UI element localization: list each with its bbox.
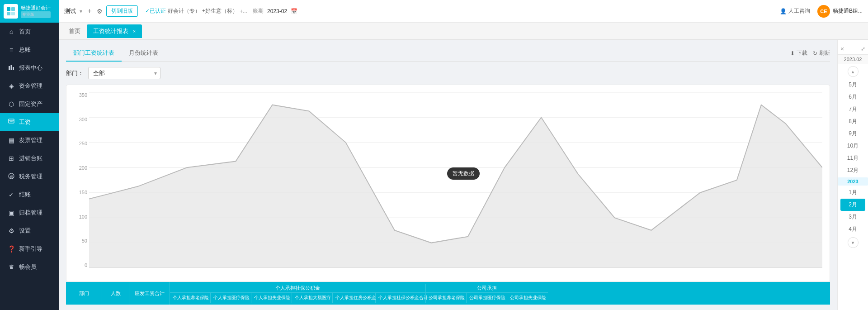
calendar-icon[interactable]: 📅 bbox=[291, 8, 297, 14]
chart-container: 350 300 250 200 150 100 50 0 bbox=[66, 85, 830, 282]
right-panel-header: × ⤢ bbox=[838, 43, 868, 55]
ledger-icon: ≡ bbox=[7, 46, 15, 53]
user-menu[interactable]: CE 畅捷通B组... bbox=[817, 5, 863, 18]
panel-month-1[interactable]: 1月 bbox=[838, 186, 868, 199]
panel-prev-button[interactable]: ▲ bbox=[848, 66, 859, 77]
panel-month-12[interactable]: 12月 bbox=[838, 164, 868, 176]
th-co-medical: 公司承担医疗保险 bbox=[467, 293, 507, 303]
help-button[interactable]: 👤 人工咨询 bbox=[780, 7, 810, 15]
company-settings-icon[interactable]: ⚙ bbox=[97, 8, 103, 15]
sub-tab-dept[interactable]: 部门工资统计表 bbox=[66, 45, 122, 62]
sidebar-item-label: 畅会员 bbox=[19, 263, 37, 271]
dropdown-arrow-icon[interactable]: ▾ bbox=[80, 8, 82, 14]
sub-tabs-actions: ⬇ 下载 ↻ 刷新 bbox=[790, 49, 830, 57]
th-total-wage: 应发工资合计 bbox=[129, 282, 170, 305]
tab-salary-report[interactable]: 工资统计报表 × bbox=[87, 24, 142, 38]
panel-month-5[interactable]: 5月 bbox=[838, 79, 868, 91]
panel-close-button[interactable]: × bbox=[840, 45, 844, 52]
svg-rect-1 bbox=[11, 7, 15, 11]
panel-year-2023: 2023 bbox=[838, 177, 868, 186]
user-name: 畅捷通B组... bbox=[833, 7, 863, 15]
panel-month-9[interactable]: 9月 bbox=[838, 128, 868, 140]
sidebar-item-salary[interactable]: 工资 bbox=[0, 113, 59, 131]
assets-icon: ⬡ bbox=[7, 100, 15, 108]
th-count: 人数 bbox=[102, 282, 129, 305]
app-badge: 专业版 bbox=[21, 11, 51, 18]
svg-text:税: 税 bbox=[10, 175, 13, 178]
panel-month-7[interactable]: 7月 bbox=[838, 103, 868, 115]
filter-row: 部门： 全部 销售部 财务部 技术部 行政部 ▾ bbox=[66, 67, 830, 79]
svg-rect-9 bbox=[10, 121, 13, 122]
panel-year-label: 2023.02 bbox=[838, 55, 868, 64]
tab-home[interactable]: 首页 bbox=[62, 24, 87, 38]
switch-version-button[interactable]: 切到旧版 bbox=[106, 5, 138, 17]
sidebar-item-label: 进销台账 bbox=[19, 154, 42, 162]
panel-month-11[interactable]: 11月 bbox=[838, 152, 868, 164]
sidebar-item-inventory[interactable]: ⊞ 进销台账 bbox=[0, 149, 59, 167]
refresh-icon: ↻ bbox=[813, 50, 817, 57]
sidebar-item-guide[interactable]: ❓ 新手引导 bbox=[0, 240, 59, 258]
sidebar-item-membership[interactable]: ♛ 畅会员 bbox=[0, 258, 59, 276]
panel-month-8[interactable]: 8月 bbox=[838, 115, 868, 128]
sidebar-item-label: 固定资产 bbox=[19, 100, 42, 108]
th-co-unemployment: 公司承担失业保险 bbox=[507, 293, 548, 303]
sidebar-item-reports[interactable]: 报表中心 bbox=[0, 59, 59, 77]
guide-icon: ❓ bbox=[7, 245, 15, 253]
th-group-company: 公司承担 公司承担养老保险 公司承担医疗保险 公司承担失业保险 bbox=[426, 284, 548, 303]
status-area: ✓已认证 好会计（专） +好生意（标） +... 账期 2023-02 📅 bbox=[145, 7, 297, 15]
panel-month-2[interactable]: 2月 bbox=[840, 199, 865, 211]
x-axis-line bbox=[89, 267, 822, 268]
sidebar-item-checkout[interactable]: ✓ 结账 bbox=[0, 186, 59, 204]
sidebar-item-label: 资金管理 bbox=[19, 82, 42, 90]
sidebar-item-ledger[interactable]: ≡ 总账 bbox=[0, 41, 59, 59]
checkout-icon: ✓ bbox=[7, 191, 15, 198]
sidebar-item-tax[interactable]: 税 税务管理 bbox=[0, 167, 59, 186]
archive-icon: ▣ bbox=[7, 209, 15, 216]
main-area: 测试 ▾ ＋ ⚙ 切到旧版 ✓已认证 好会计（专） +好生意（标） +... 账… bbox=[59, 0, 868, 310]
chart-tooltip: 暂无数据 bbox=[447, 167, 480, 180]
add-company-button[interactable]: ＋ bbox=[86, 6, 93, 16]
app-name: 畅捷通好会计 bbox=[21, 5, 51, 11]
th-unemployment: 个人承担失业保险 bbox=[251, 293, 292, 303]
tab-close-button[interactable]: × bbox=[133, 29, 136, 34]
sub-tabs: 部门工资统计表 月份统计表 ⬇ 下载 ↻ 刷新 bbox=[66, 45, 830, 62]
sidebar-item-assets[interactable]: ⬡ 固定资产 bbox=[0, 95, 59, 113]
sub-tab-monthly[interactable]: 月份统计表 bbox=[122, 45, 165, 62]
svg-rect-7 bbox=[9, 119, 14, 123]
logo-icon bbox=[4, 4, 18, 19]
panel-month-3[interactable]: 3月 bbox=[838, 211, 868, 223]
tabs-bar: 首页 工资统计报表 × bbox=[59, 23, 868, 40]
sidebar-item-label: 发票管理 bbox=[19, 136, 42, 144]
invoice-icon: ▤ bbox=[7, 137, 15, 144]
svg-rect-6 bbox=[13, 67, 14, 70]
period-value: 2023-02 bbox=[267, 8, 287, 14]
sidebar-item-label: 结账 bbox=[19, 191, 31, 199]
app-logo: 畅捷通好会计 专业版 bbox=[0, 0, 59, 23]
th-group-personal: 个人承担社保公积金 个人承担养老保险 个人承担医疗保险 个人承担失业保险 个人承… bbox=[170, 284, 426, 303]
dept-select[interactable]: 全部 销售部 财务部 技术部 行政部 bbox=[88, 67, 160, 79]
th-critical: 个人承担大额医疗 bbox=[292, 293, 333, 303]
sidebar-item-invoice[interactable]: ▤ 发票管理 bbox=[0, 131, 59, 149]
th-pension: 个人承担养老保险 bbox=[170, 293, 211, 303]
svg-rect-0 bbox=[7, 7, 10, 11]
sidebar-item-funds[interactable]: ◈ 资金管理 bbox=[0, 77, 59, 95]
sidebar-item-home[interactable]: ⌂ 首页 bbox=[0, 23, 59, 41]
sidebar-item-label: 报表中心 bbox=[19, 64, 42, 72]
panel-next-button[interactable]: ▼ bbox=[848, 237, 859, 248]
logo-text-block: 畅捷通好会计 专业版 bbox=[21, 5, 51, 18]
download-button[interactable]: ⬇ 下载 bbox=[790, 49, 807, 57]
panel-month-4[interactable]: 4月 bbox=[838, 223, 868, 235]
refresh-button[interactable]: ↻ 刷新 bbox=[813, 49, 830, 57]
help-label: 人工咨询 bbox=[788, 7, 810, 15]
panel-month-6[interactable]: 6月 bbox=[838, 91, 868, 103]
sidebar-item-archive[interactable]: ▣ 归档管理 bbox=[0, 204, 59, 222]
svg-rect-5 bbox=[11, 65, 12, 70]
filter-label: 部门： bbox=[66, 69, 84, 77]
right-panel: × ⤢ 2023.02 ▲ 5月 6月 7月 8月 9月 10月 11月 12月… bbox=[837, 40, 868, 310]
panel-month-10[interactable]: 10月 bbox=[838, 140, 868, 152]
sidebar-item-settings[interactable]: ⚙ 设置 bbox=[0, 222, 59, 240]
th-group-company-cells: 公司承担养老保险 公司承担医疗保险 公司承担失业保险 bbox=[426, 293, 548, 303]
panel-expand-button[interactable]: ⤢ bbox=[861, 46, 865, 52]
dept-select-wrapper: 全部 销售部 财务部 技术部 行政部 ▾ bbox=[88, 67, 160, 79]
salary-icon bbox=[7, 119, 15, 126]
